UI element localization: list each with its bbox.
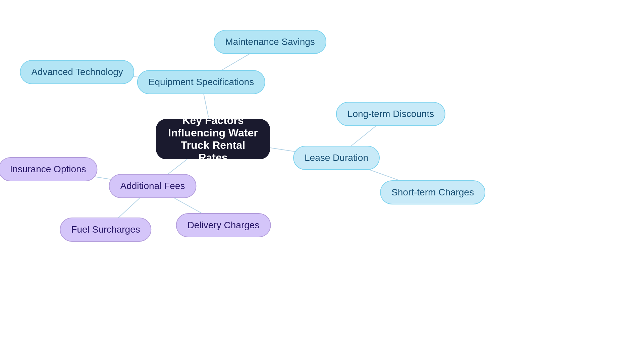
center-node: Key Factors Influencing WaterTruck Renta… [156, 119, 270, 159]
maintenance-savings-label: Maintenance Savings [225, 37, 315, 47]
maintenance-savings-node: Maintenance Savings [214, 30, 326, 54]
advanced-technology-node: Advanced Technology [20, 60, 134, 84]
center-label: Key Factors Influencing WaterTruck Renta… [167, 114, 259, 164]
lease-duration-label: Lease Duration [305, 153, 368, 163]
short-term-charges-node: Short-term Charges [380, 180, 485, 204]
advanced-technology-label: Advanced Technology [31, 67, 123, 77]
equipment-specifications-label: Equipment Specifications [149, 77, 254, 87]
mindmap-container: Key Factors Influencing WaterTruck Renta… [0, 0, 644, 363]
long-term-discounts-label: Long-term Discounts [347, 109, 434, 119]
short-term-charges-label: Short-term Charges [391, 187, 474, 198]
delivery-charges-node: Delivery Charges [176, 213, 271, 237]
long-term-discounts-node: Long-term Discounts [336, 102, 445, 126]
insurance-options-node: Insurance Options [0, 157, 98, 181]
delivery-charges-label: Delivery Charges [187, 220, 260, 231]
fuel-surcharges-label: Fuel Surcharges [71, 224, 140, 235]
insurance-options-label: Insurance Options [10, 164, 86, 175]
lease-duration-node: Lease Duration [293, 146, 380, 170]
fuel-surcharges-node: Fuel Surcharges [60, 218, 151, 242]
connections-svg [0, 0, 644, 363]
additional-fees-node: Additional Fees [109, 174, 196, 198]
additional-fees-label: Additional Fees [120, 181, 185, 191]
equipment-specifications-node: Equipment Specifications [137, 70, 265, 94]
